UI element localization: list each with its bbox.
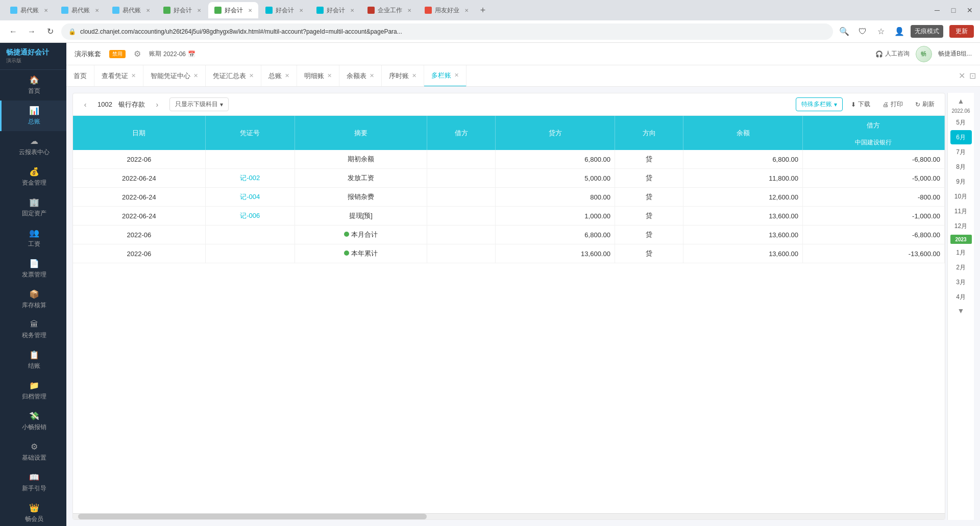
shield-icon[interactable]: 🛡 — [855, 24, 870, 39]
maximize-button[interactable]: □ — [947, 4, 960, 16]
sidebar-item-funds[interactable]: 💰 资金管理 — [0, 162, 66, 192]
reload-button[interactable]: ↻ — [43, 24, 57, 39]
tab-close-7[interactable]: ✕ — [350, 8, 354, 13]
back-button[interactable]: ← — [6, 24, 20, 39]
tab-journal[interactable]: 序时账 ✕ — [382, 65, 424, 87]
sidebar-item-cloud-report[interactable]: ☁ 云报表中心 — [0, 131, 66, 162]
print-button[interactable]: 🖨 打印 — [878, 98, 907, 111]
scrollbar-thumb[interactable] — [78, 514, 427, 519]
tab-close-5[interactable]: ✕ — [248, 8, 252, 13]
tab-multi-column[interactable]: 多栏账 ✕ — [424, 65, 467, 87]
browser-tab-1[interactable]: 易代账 ✕ — [4, 2, 54, 18]
calendar-month-item[interactable]: 3月 — [950, 275, 972, 289]
calendar-month-item[interactable]: 4月 — [950, 290, 972, 304]
profile-icon[interactable]: 👤 — [892, 24, 906, 39]
inventory-icon: 📦 — [29, 289, 39, 299]
calendar-icon[interactable]: 📅 — [188, 51, 195, 58]
sidebar-item-invoice[interactable]: 📄 发票管理 — [0, 254, 66, 284]
tab-close-view-voucher[interactable]: ✕ — [131, 72, 136, 79]
calendar-month-item[interactable]: 1月 — [950, 245, 972, 260]
sidebar-item-ledger[interactable]: 📊 总账 — [0, 101, 66, 131]
search-icon[interactable]: 🔍 — [837, 24, 851, 39]
download-button[interactable]: ⬇ 下载 — [847, 98, 874, 111]
tab-close-8[interactable]: ✕ — [407, 8, 411, 13]
forward-button[interactable]: → — [24, 24, 39, 39]
browser-tab-9[interactable]: 用友好业 ✕ — [419, 2, 475, 18]
ledger-toolbar: ‹ 1002 银行存款 › 只显示下级科目 ▾ 特殊多栏账 ▾ — [73, 93, 945, 116]
sidebar-item-archive[interactable]: 📁 归档管理 — [0, 375, 66, 406]
browser-tab-8[interactable]: 企业工作 ✕ — [361, 2, 418, 18]
special-multi-col-button[interactable]: 特殊多栏账 ▾ — [796, 97, 843, 111]
horizontal-scrollbar[interactable] — [73, 513, 945, 519]
ledger-table: 日期 凭证号 摘要 借方 贷方 方向 余额 借方 中国建设银行 — [73, 116, 945, 513]
sidebar-item-settings[interactable]: ⚙ 基础设置 — [0, 437, 66, 467]
tab-view-voucher[interactable]: 查看凭证 ✕ — [94, 65, 143, 87]
invoice-icon: 📄 — [29, 259, 39, 268]
browser-tab-6[interactable]: 好会计 ✕ — [259, 2, 309, 18]
filter-dropdown[interactable]: 只显示下级科目 ▾ — [169, 97, 229, 111]
sidebar-item-expense[interactable]: 💸 小畅报销 — [0, 406, 66, 437]
tab-close-6[interactable]: ✕ — [299, 8, 303, 13]
tab-close-2[interactable]: ✕ — [95, 8, 99, 13]
calendar-month-item[interactable]: 9月 — [950, 174, 972, 189]
calendar-month-item[interactable]: 5月 — [950, 115, 972, 130]
calendar-scroll-up[interactable]: ▲ — [955, 95, 967, 107]
service-button[interactable]: 🎧 人工咨询 — [875, 49, 910, 58]
calendar-month-item[interactable]: 8月 — [950, 160, 972, 174]
account-settings-icon[interactable]: ⚙ — [134, 49, 141, 59]
tab-voucher-summary[interactable]: 凭证汇总表 ✕ — [206, 65, 261, 87]
calendar-month-item[interactable]: 12月 — [950, 219, 972, 233]
sidebar-item-label: 发票管理 — [22, 270, 46, 279]
tab-close-1[interactable]: ✕ — [44, 8, 48, 13]
tab-close-smart-voucher[interactable]: ✕ — [193, 72, 198, 79]
tab-detailed-ledger[interactable]: 明细账 ✕ — [297, 65, 339, 87]
next-account-button[interactable]: › — [151, 98, 163, 111]
tab-close-3[interactable]: ✕ — [146, 8, 150, 13]
close-period-icon: 📋 — [29, 350, 39, 360]
tab-close-multi-column[interactable]: ✕ — [454, 72, 459, 79]
sidebar-item-member[interactable]: 👑 畅会员 — [0, 498, 66, 526]
sidebar-item-fixed-assets[interactable]: 🏢 固定资产 — [0, 192, 66, 223]
sidebar-item-close-period[interactable]: 📋 结账 — [0, 345, 66, 375]
tab-close-journal[interactable]: ✕ — [412, 72, 416, 79]
refresh-button[interactable]: ↻ 刷新 — [911, 98, 939, 111]
table-row: 2022-06-24记-002发放工资5,000.00贷11,800.00-5,… — [73, 169, 945, 188]
tab-close-detailed-ledger[interactable]: ✕ — [327, 72, 332, 79]
browser-tab-7[interactable]: 好会计 ✕ — [310, 2, 360, 18]
calendar-month-item[interactable]: 10月 — [950, 189, 972, 204]
sidebar-item-payroll[interactable]: 👥 工资 — [0, 223, 66, 254]
calendar-month-item[interactable]: 6月 — [950, 130, 972, 144]
star-icon[interactable]: ☆ — [874, 24, 888, 39]
address-bar[interactable]: 🔒 cloud2.chanjet.com/accounting/uh26t264… — [61, 23, 833, 40]
tab-close-all-icon[interactable]: ✕ — [959, 71, 965, 81]
col-direction: 方向 — [615, 116, 683, 150]
prev-account-button[interactable]: ‹ — [79, 98, 91, 111]
tab-close-general-ledger[interactable]: ✕ — [285, 72, 289, 79]
browser-tab-3[interactable]: 易代账 ✕ — [106, 2, 156, 18]
tab-general-ledger[interactable]: 总账 ✕ — [261, 65, 297, 87]
browser-tab-2[interactable]: 易代账 ✕ — [55, 2, 105, 18]
browser-tab-4[interactable]: 好会计 ✕ — [157, 2, 207, 18]
tab-balance[interactable]: 余额表 ✕ — [339, 65, 382, 87]
tab-expand-icon[interactable]: ⊡ — [969, 71, 976, 81]
update-button[interactable]: 更新 — [949, 25, 974, 38]
sidebar-item-guide[interactable]: 📖 新手引导 — [0, 467, 66, 498]
new-tab-button[interactable]: + — [476, 3, 490, 17]
calendar-month-item[interactable]: 11月 — [950, 204, 972, 218]
minimize-button[interactable]: ─ — [931, 4, 943, 16]
calendar-month-item[interactable]: 7月 — [950, 145, 972, 159]
tab-close-9[interactable]: ✕ — [464, 8, 469, 13]
close-button[interactable]: ✕ — [964, 4, 976, 16]
tab-smart-voucher[interactable]: 智能凭证中心 ✕ — [143, 65, 206, 87]
sidebar-item-inventory[interactable]: 📦 库存核算 — [0, 284, 66, 315]
tab-home[interactable]: 首页 — [66, 65, 94, 87]
sidebar-item-tax[interactable]: 🏛 税务管理 — [0, 315, 66, 345]
sidebar-item-home[interactable]: 🏠 首页 — [0, 70, 66, 101]
tab-close-4[interactable]: ✕ — [197, 8, 201, 13]
no-trace-button[interactable]: 无痕模式 — [911, 25, 943, 38]
browser-tab-5[interactable]: 好会计 ✕ — [208, 2, 258, 18]
calendar-month-item[interactable]: 2月 — [950, 260, 972, 274]
tab-close-balance[interactable]: ✕ — [370, 72, 374, 79]
tab-close-voucher-summary[interactable]: ✕ — [249, 72, 254, 79]
calendar-scroll-down[interactable]: ▼ — [955, 305, 967, 317]
